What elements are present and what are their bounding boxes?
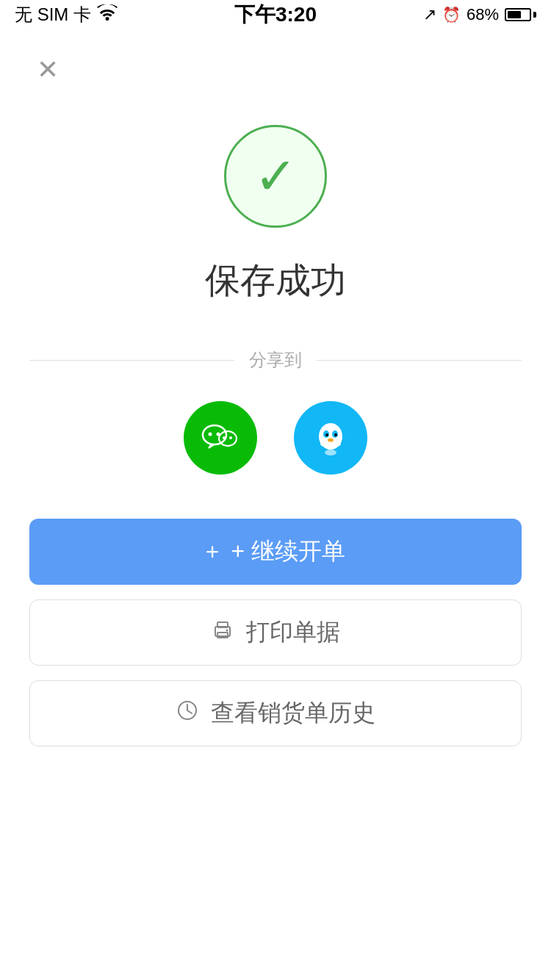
svg-point-13 (334, 433, 337, 436)
continue-button[interactable]: + + 继续开单 (29, 519, 522, 585)
clock-icon (176, 699, 199, 728)
status-right: ↗ ⏰ 68% (423, 5, 536, 24)
svg-point-9 (325, 450, 336, 455)
status-time: 下午3:20 (234, 1, 317, 29)
status-left: 无 SIM 卡 (15, 3, 118, 26)
wechat-share-button[interactable] (184, 401, 257, 475)
printer-icon (211, 618, 234, 647)
battery-icon (505, 8, 536, 21)
svg-point-18 (226, 630, 228, 632)
share-section: 分享到 (29, 348, 522, 475)
share-divider-row: 分享到 (29, 348, 522, 372)
svg-point-4 (223, 436, 226, 439)
status-bar: 无 SIM 卡 下午3:20 ↗ ⏰ 68% (0, 0, 551, 29)
sim-label: 无 SIM 卡 (15, 3, 91, 26)
svg-point-7 (320, 441, 329, 447)
svg-point-14 (328, 439, 334, 442)
svg-point-2 (209, 433, 212, 436)
share-label: 分享到 (249, 348, 302, 372)
location-icon: ↗ (423, 5, 436, 24)
print-button[interactable]: 打印单据 (29, 599, 522, 666)
close-icon: ✕ (37, 57, 59, 83)
svg-point-1 (219, 431, 237, 446)
checkmark-icon: ✓ (254, 151, 298, 202)
svg-point-3 (217, 433, 220, 436)
svg-point-0 (203, 425, 226, 444)
alarm-icon: ⏰ (442, 6, 461, 24)
print-label: 打印单据 (246, 616, 340, 649)
qq-icon (309, 416, 353, 460)
action-buttons: + + 继续开单 打印单据 (29, 519, 522, 746)
svg-point-12 (325, 433, 328, 436)
share-line-right (317, 360, 522, 361)
qq-share-button[interactable] (294, 401, 367, 475)
success-title: 保存成功 (205, 257, 346, 304)
continue-label: + 继续开单 (231, 536, 346, 568)
battery-percent: 68% (467, 5, 499, 24)
svg-point-5 (229, 436, 232, 439)
wifi-icon (97, 4, 118, 25)
share-icons-row (184, 401, 367, 475)
wechat-icon (198, 416, 242, 460)
plus-icon: + (206, 538, 220, 566)
svg-point-8 (332, 441, 341, 447)
close-button[interactable]: ✕ (29, 51, 66, 88)
success-icon-circle: ✓ (224, 125, 327, 228)
history-label: 查看销货单历史 (211, 697, 375, 729)
history-button[interactable]: 查看销货单历史 (29, 680, 522, 746)
share-line-left (29, 360, 234, 361)
svg-line-21 (187, 710, 192, 713)
main-content: ✕ ✓ 保存成功 分享到 (0, 29, 551, 980)
